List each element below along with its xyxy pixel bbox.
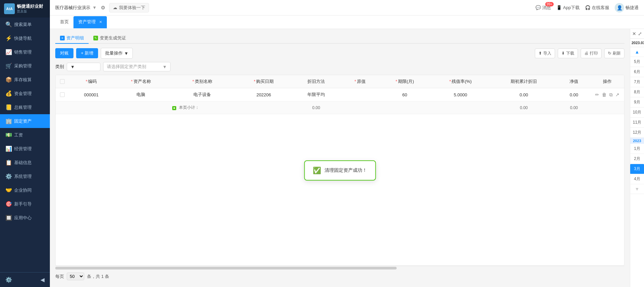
sidebar-item-label: 销售管理 xyxy=(14,49,32,55)
company-dropdown-icon: ▼ xyxy=(92,5,97,10)
month-dec[interactable]: 12月 xyxy=(630,128,644,138)
right-panel-header: ✕ ⤢ xyxy=(630,29,644,39)
sidebar-item-quick-nav[interactable]: ⚡ 快捷导航 xyxy=(0,31,50,45)
batch-button[interactable]: 批量操作 ▼ xyxy=(101,48,133,59)
settings-icon[interactable]: ⚙️ xyxy=(5,277,12,283)
month-may[interactable]: 5月 xyxy=(630,57,644,67)
asset-detail-icon: ≡ xyxy=(60,36,65,40)
sidebar-item-capital[interactable]: 💰 资金管理 xyxy=(0,87,50,100)
sub-tab-asset-detail[interactable]: ≡ 资产明细 xyxy=(55,33,89,44)
month-feb[interactable]: 2月 xyxy=(630,154,644,164)
category-input[interactable]: 请选择固定资产类别 ▼ xyxy=(103,62,171,71)
tab-home[interactable]: 首页 xyxy=(55,16,73,28)
right-panel-close-icon[interactable]: ✕ xyxy=(632,31,636,36)
category-select[interactable]: ▼ xyxy=(67,63,100,71)
month-sep[interactable]: 9月 xyxy=(630,97,644,107)
toolbar: 对账 + 新增 批量操作 ▼ ⬆ 导入 ⬇ 下载 🖨 xyxy=(55,48,624,59)
category-select-arrow: ▼ xyxy=(70,64,75,69)
th-code: *编码 xyxy=(69,75,114,88)
next-month-nav[interactable]: ▼ xyxy=(630,184,644,194)
td-action: ✏ 🗑 ⧉ ↗ xyxy=(590,88,624,101)
sidebar-item-inventory[interactable]: 📦 库存核算 xyxy=(0,73,50,87)
prev-year-nav[interactable]: ▲ xyxy=(630,47,644,57)
tab-close-icon[interactable]: ✕ xyxy=(99,20,102,24)
per-page-select[interactable]: 50 100 200 xyxy=(67,273,84,280)
sidebar-item-label: 采购管理 xyxy=(14,63,32,69)
sidebar-scroll: 🔍 搜索菜单 ⚡ 快捷导航 📈 销售管理 🛒 采购管理 📦 库存核算 💰 资金管… xyxy=(0,18,50,272)
td-period: 60 xyxy=(379,88,431,101)
subtotal-net: 0.00 xyxy=(557,101,590,114)
subtotal-icon: ■ xyxy=(172,106,176,110)
row-checkbox[interactable] xyxy=(60,92,65,97)
change-voucher-icon: ✎ xyxy=(93,36,98,40)
import-button[interactable]: ⬆ 导入 xyxy=(535,49,555,58)
sidebar-item-label: 固定资产 xyxy=(14,118,32,124)
download-button[interactable]: ⬇ 下载 xyxy=(558,49,578,58)
td-category: 电子设备 xyxy=(168,88,236,101)
th-original-value: *原值 xyxy=(341,75,379,88)
sidebar-bottom: ⚙️ ◀ xyxy=(0,272,50,287)
account-button[interactable]: 对账 xyxy=(55,48,73,58)
cart-icon: 🛒 xyxy=(5,63,11,69)
current-year-label: 2023 xyxy=(630,138,644,144)
table-row: 000001 电脑 电子设备 202206 年限平均 60 5.0000 0.0… xyxy=(56,88,624,101)
td-original-value xyxy=(341,88,379,101)
sidebar-item-guide[interactable]: 🎯 新手引导 xyxy=(0,197,50,211)
sidebar-item-label: 企业协同 xyxy=(14,187,32,193)
sidebar-item-purchase[interactable]: 🛒 采购管理 xyxy=(0,59,50,73)
horizontal-scrollbar[interactable] xyxy=(55,266,624,270)
new-button[interactable]: + 新增 xyxy=(76,48,98,58)
main-area: 医疗器械行业演示 ▼ ⚙ ☁ 我要体验一下 💬 消息 99+ 📱 App下载 🎧… xyxy=(50,0,644,287)
subtotal-empty-4 xyxy=(236,101,291,114)
month-jul[interactable]: 7月 xyxy=(630,77,644,87)
scrollbar-thumb[interactable] xyxy=(55,267,397,269)
sidebar-item-search[interactable]: 🔍 搜索菜单 xyxy=(0,18,50,31)
download-icon: 📱 xyxy=(556,5,562,10)
sidebar-item-system[interactable]: ⚙️ 系统管理 xyxy=(0,169,50,183)
month-oct[interactable]: 10月 xyxy=(630,107,644,118)
sub-tab-change-voucher[interactable]: ✎ 变更生成凭证 xyxy=(89,33,131,44)
delete-icon[interactable]: 🗑 xyxy=(602,92,607,97)
experience-button[interactable]: ☁ 我要体验一下 xyxy=(109,3,149,12)
print-button[interactable]: 🖨 打印 xyxy=(581,49,602,58)
sidebar-item-app-center[interactable]: 🔲 应用中心 xyxy=(0,211,50,225)
edit-icon[interactable]: ✏ xyxy=(595,92,599,97)
sidebar-item-label: 资金管理 xyxy=(14,91,32,97)
month-mar[interactable]: 3月 xyxy=(630,164,644,174)
sidebar-item-ledger[interactable]: 📒 总账管理 xyxy=(0,100,50,114)
table-header-row: *编码 *资产名称 *类别名称 *购买日期 折旧方法 *原值 *期限(月) *残… xyxy=(56,75,624,88)
right-panel-expand-icon[interactable]: ⤢ xyxy=(638,31,642,36)
select-all-checkbox[interactable] xyxy=(60,79,65,84)
topbar-settings-icon[interactable]: ⚙ xyxy=(101,5,105,11)
month-aug[interactable]: 8月 xyxy=(630,87,644,97)
online-service-button[interactable]: 🎧 在线客服 xyxy=(585,5,609,11)
month-apr[interactable]: 4月 xyxy=(630,174,644,184)
subtotal-empty-2 xyxy=(69,101,114,114)
company-selector[interactable]: 医疗器械行业演示 ▼ xyxy=(55,5,97,11)
more-icon[interactable]: ↗ xyxy=(615,92,619,97)
sidebar-item-management[interactable]: 📊 经营管理 xyxy=(0,142,50,156)
th-period: *期限(月) xyxy=(379,75,431,88)
td-residual-rate: 5.0000 xyxy=(431,88,490,101)
building-icon: 🏢 xyxy=(5,118,11,124)
month-jun[interactable]: 6月 xyxy=(630,67,644,77)
refresh-button[interactable]: ↻ 刷新 xyxy=(604,49,624,58)
sidebar-item-fixed-assets[interactable]: 🏢 固定资产 xyxy=(0,114,50,128)
sidebar-item-sales[interactable]: 📈 销售管理 xyxy=(0,45,50,59)
month-nov[interactable]: 11月 xyxy=(630,118,644,128)
sidebar-item-enterprise[interactable]: 🤝 企业协同 xyxy=(0,183,50,197)
message-button[interactable]: 💬 消息 99+ xyxy=(535,5,551,11)
payroll-icon: 💵 xyxy=(5,132,11,138)
collapse-icon[interactable]: ◀ xyxy=(40,277,44,283)
tab-asset-mgmt[interactable]: 资产管理 ✕ xyxy=(73,16,107,28)
month-jan[interactable]: 1月 xyxy=(630,144,644,154)
copy-icon[interactable]: ⧉ xyxy=(609,92,613,98)
app-download-button[interactable]: 📱 App下载 xyxy=(556,5,580,11)
print-icon: 🖨 xyxy=(584,51,588,56)
money-icon: 💰 xyxy=(5,90,11,97)
user-profile[interactable]: 👤 畅捷通 xyxy=(615,3,639,12)
logo-title: 畅捷通好业财 xyxy=(17,4,43,9)
sidebar-item-basic-info[interactable]: 📋 基础信息 xyxy=(0,156,50,169)
sidebar-item-payroll[interactable]: 💵 工资 xyxy=(0,128,50,142)
sidebar-item-label: 基础信息 xyxy=(14,160,32,166)
